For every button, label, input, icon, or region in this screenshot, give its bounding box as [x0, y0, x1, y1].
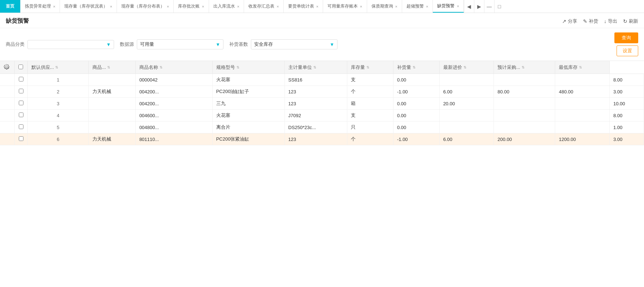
tab-pick[interactable]: 拣货异常处理 × — [21, 0, 60, 13]
row-product-code: 004200... — [135, 86, 212, 98]
row-checkbox-cell — [14, 110, 27, 122]
export-label: 导出 — [608, 18, 617, 25]
replenish-select[interactable]: 安全库存 ▼ — [251, 39, 338, 49]
settings-button[interactable]: 设置 — [617, 45, 638, 56]
row-spec: J7092 — [284, 110, 347, 122]
datasource-select[interactable]: 可用量 ▼ — [137, 39, 223, 49]
refresh-button[interactable]: ↻ 刷新 — [623, 18, 638, 25]
tab-overstock[interactable]: 超储预警 × — [402, 0, 433, 13]
share-button[interactable]: ↗ 分享 — [562, 18, 577, 25]
tab-maximize-btn[interactable]: □ — [494, 0, 504, 13]
row-gear-cell — [0, 133, 14, 145]
estimated-purchase-sort-icon[interactable]: ⇅ — [522, 65, 525, 69]
tab-minimize-btn[interactable]: — — [484, 0, 494, 13]
tab-home[interactable]: 首页 — [0, 0, 21, 13]
replenish-sort-icon[interactable]: ⇅ — [413, 65, 415, 69]
page-title: 缺货预警 — [6, 17, 29, 25]
row-supplier — [89, 110, 135, 122]
tab-available[interactable]: 可用量库存账本 × — [323, 0, 367, 13]
tab-flow[interactable]: 出入库流水 × — [209, 0, 244, 13]
row-checkbox-2[interactable] — [19, 101, 23, 105]
tab-overstock-close[interactable]: × — [426, 4, 428, 9]
tab-summary-label: 收发存汇总表 — [248, 3, 274, 9]
tab-summary-close[interactable]: × — [277, 4, 279, 9]
row-estimated-purchase: 480.00 — [555, 86, 610, 98]
tab-order[interactable]: 要货单统计表 × — [284, 0, 323, 13]
gear-icon[interactable] — [4, 64, 9, 70]
row-unit: 支 — [347, 74, 393, 86]
row-spec: 123 — [284, 98, 347, 110]
tab-stock1[interactable]: 现存量（库存状况表） × — [60, 0, 117, 13]
col-checkbox — [14, 61, 27, 74]
row-latest-price: 200.00 — [494, 133, 555, 145]
row-supplier — [89, 98, 135, 110]
select-all-checkbox[interactable] — [18, 65, 23, 69]
tab-flow-close[interactable]: × — [237, 4, 239, 9]
tab-next-btn[interactable]: ▶ — [474, 0, 484, 13]
tab-prev-btn[interactable]: ◀ — [464, 0, 474, 13]
tab-available-close[interactable]: × — [360, 4, 362, 9]
tab-expiry[interactable]: 保质期查询 × — [367, 0, 402, 13]
replenish-arrow-icon: ▼ — [330, 42, 334, 47]
row-estimated-purchase — [555, 110, 610, 122]
tab-order-close[interactable]: × — [316, 4, 318, 9]
row-product-code: 004800... — [135, 122, 212, 133]
supplier-sort-icon[interactable]: ⇅ — [55, 65, 58, 69]
replenish-button[interactable]: ✎ 补货 — [583, 18, 598, 25]
filter-bar: 商品分类 ▼ 数据源 可用量 ▼ 补货基数 安全库存 ▼ 查询 设置 — [0, 28, 644, 61]
stock-sort-icon[interactable]: ⇅ — [366, 65, 369, 69]
col-spec-label: 规格型号 — [216, 64, 235, 71]
min-stock-sort-icon[interactable]: ⇅ — [579, 65, 582, 69]
replenish-filter-group: 补货基数 安全库存 ▼ — [229, 39, 338, 49]
category-select[interactable]: ▼ — [27, 40, 114, 49]
page-content: 缺货预警 ↗ 分享 ✎ 补货 ↓ 导出 ↻ 刷新 商品分类 — [0, 13, 644, 287]
spec-sort-icon[interactable]: ⇅ — [236, 65, 239, 69]
tab-stock2-close[interactable]: × — [167, 4, 169, 9]
tab-pick-close[interactable]: × — [53, 4, 55, 9]
product-code-sort-icon[interactable]: ⇅ — [107, 65, 110, 69]
row-min-stock: 8.00 — [609, 74, 644, 86]
latest-price-sort-icon[interactable]: ⇅ — [464, 65, 466, 69]
home-tab-label: 首页 — [6, 3, 14, 9]
tab-batch[interactable]: 库存批次账 × — [174, 0, 209, 13]
tab-stock1-close[interactable]: × — [110, 4, 112, 9]
row-num: 4 — [27, 110, 89, 122]
tab-order-label: 要货单统计表 — [288, 3, 314, 9]
row-stock: 0.00 — [393, 98, 439, 110]
row-replenish: 6.00 — [439, 133, 494, 145]
query-button[interactable]: 查询 — [614, 32, 638, 43]
datasource-value: 可用量 — [140, 41, 154, 48]
tab-shortage-close[interactable]: × — [457, 4, 459, 8]
tab-summary[interactable]: 收发存汇总表 × — [244, 0, 283, 13]
export-button[interactable]: ↓ 导出 — [604, 18, 617, 25]
col-product-code-label: 商品... — [92, 64, 106, 71]
row-replenish: 6.00 — [439, 86, 494, 98]
row-checkbox-4[interactable] — [19, 124, 23, 129]
row-spec: 123 — [284, 86, 347, 98]
row-gear-cell — [0, 98, 14, 110]
share-icon: ↗ — [562, 18, 566, 24]
col-product-name-label: 商品名称 — [139, 64, 158, 71]
row-checkbox-0[interactable] — [19, 77, 23, 81]
col-unit-label: 主计量单位 — [288, 64, 312, 71]
row-estimated-purchase: 1200.00 — [555, 133, 610, 145]
row-unit: 个 — [347, 133, 393, 145]
product-name-sort-icon[interactable]: ⇅ — [160, 65, 162, 69]
col-product-name: 商品名称 ⇅ — [135, 61, 212, 74]
page-header: 缺货预警 ↗ 分享 ✎ 补货 ↓ 导出 ↻ 刷新 — [0, 13, 644, 28]
tab-stock2[interactable]: 现存量（库存分布表） × — [117, 0, 174, 13]
table-row: 5 004800... 离合片 DS250*23c... 只 0.00 1.00 — [0, 122, 644, 133]
row-checkbox-5[interactable] — [19, 136, 23, 141]
tab-shortage[interactable]: 缺货预警 × — [433, 0, 464, 13]
tab-batch-close[interactable]: × — [202, 4, 204, 9]
row-num: 5 — [27, 122, 89, 133]
tab-bar: 首页 拣货异常处理 × 现存量（库存状况表） × 现存量（库存分布表） × 库存… — [0, 0, 644, 13]
table-header-row: 默认供应... ⇅ 商品... ⇅ 商品名称 ⇅ — [0, 61, 644, 74]
col-spec: 规格型号 ⇅ — [212, 61, 284, 74]
unit-sort-icon[interactable]: ⇅ — [313, 65, 316, 69]
row-checkbox-3[interactable] — [19, 112, 23, 117]
col-estimated-purchase-label: 预计采购... — [497, 64, 520, 71]
row-checkbox-1[interactable] — [19, 89, 23, 93]
table-row: 1 0000042 火花塞 SS816 支 0.00 8.00 — [0, 74, 644, 86]
tab-expiry-close[interactable]: × — [395, 4, 397, 9]
